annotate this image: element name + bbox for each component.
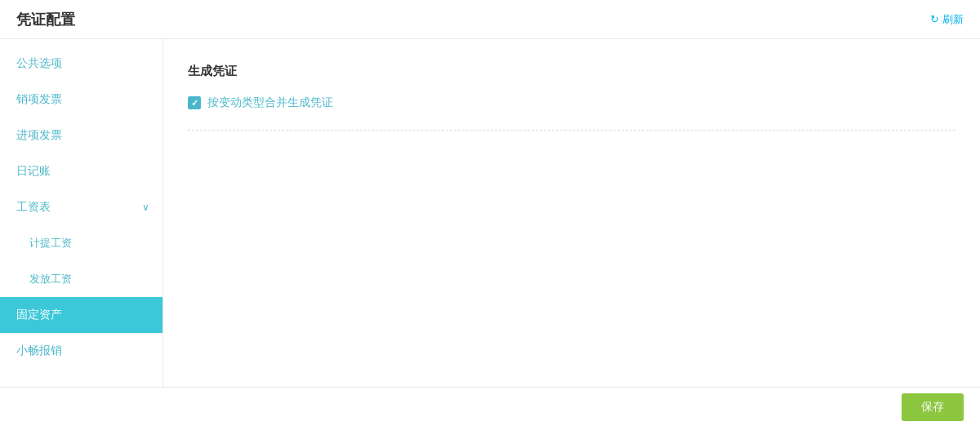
sidebar-item-label: 计提工资 bbox=[29, 236, 72, 251]
page-header: 凭证配置 ↻ 刷新 bbox=[0, 0, 980, 39]
sidebar-item-expense-reimbursement[interactable]: 小畅报销 bbox=[0, 333, 163, 369]
section-divider bbox=[188, 130, 956, 131]
checkbox-label: 按变动类型合并生成凭证 bbox=[207, 95, 333, 110]
sidebar-item-label: 小畅报销 bbox=[16, 344, 62, 358]
sidebar-item-commission-payroll[interactable]: 计提工资 bbox=[0, 225, 163, 261]
refresh-button[interactable]: ↻ 刷新 bbox=[930, 12, 964, 27]
checkbox-row: 按变动类型合并生成凭证 bbox=[188, 95, 956, 110]
merge-by-type-checkbox[interactable] bbox=[188, 96, 201, 109]
sidebar-item-journal[interactable]: 日记账 bbox=[0, 153, 163, 189]
sidebar-item-label: 公共选项 bbox=[16, 56, 62, 71]
page-footer: 保存 bbox=[0, 387, 980, 426]
sidebar-item-label: 工资表 bbox=[16, 200, 51, 215]
sidebar-item-label: 发放工资 bbox=[29, 272, 72, 286]
main-layout: 公共选项 销项发票 进项发票 日记账 工资表 ∨ 计提工资 发放工资 固定资产 … bbox=[0, 39, 980, 387]
sidebar-item-sales-invoice[interactable]: 销项发票 bbox=[0, 82, 163, 118]
chevron-down-icon: ∨ bbox=[142, 202, 149, 213]
page-title: 凭证配置 bbox=[16, 10, 75, 29]
sidebar-item-label: 进项发票 bbox=[16, 128, 62, 143]
sidebar-item-purchase-invoice[interactable]: 进项发票 bbox=[0, 118, 163, 153]
save-button[interactable]: 保存 bbox=[902, 393, 964, 421]
refresh-label: 刷新 bbox=[942, 12, 964, 27]
sidebar-item-distribute-payroll[interactable]: 发放工资 bbox=[0, 261, 163, 297]
main-content: 生成凭证 按变动类型合并生成凭证 bbox=[163, 39, 980, 387]
refresh-icon: ↻ bbox=[930, 13, 939, 25]
sidebar-item-fixed-assets[interactable]: 固定资产 bbox=[0, 297, 163, 333]
section-title: 生成凭证 bbox=[188, 64, 956, 79]
sidebar-item-label: 固定资产 bbox=[16, 308, 62, 322]
sidebar-item-label: 日记账 bbox=[16, 164, 51, 179]
sidebar-item-label: 销项发票 bbox=[16, 92, 62, 107]
sidebar-item-public-options[interactable]: 公共选项 bbox=[0, 46, 163, 82]
sidebar: 公共选项 销项发票 进项发票 日记账 工资表 ∨ 计提工资 发放工资 固定资产 … bbox=[0, 39, 163, 387]
sidebar-item-payroll-table[interactable]: 工资表 ∨ bbox=[0, 189, 163, 225]
